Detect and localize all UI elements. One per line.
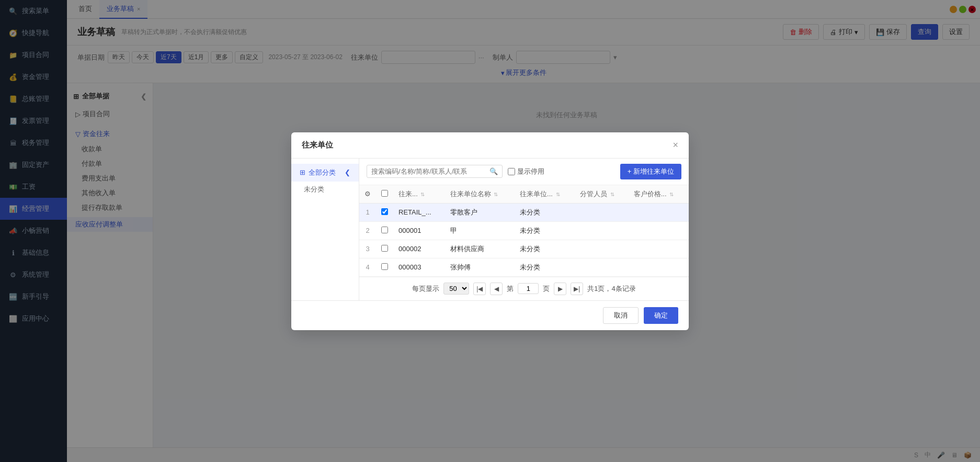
row-price-level	[629, 258, 689, 276]
row-checkbox-cell	[376, 221, 393, 240]
table-row[interactable]: 2 000001 甲 未分类	[359, 221, 689, 240]
last-page-button[interactable]: ▶|	[571, 283, 583, 295]
dialog-overlay: 往来单位 × ⊞ 全部分类 ❮ 未分类 🔍	[0, 0, 980, 462]
show-disabled-checkbox[interactable]	[508, 168, 515, 175]
th-price: 客户价格... ⇅	[629, 185, 689, 204]
dialog: 往来单位 × ⊞ 全部分类 ❮ 未分类 🔍	[291, 132, 689, 330]
row-num: 1	[359, 203, 376, 221]
search-input[interactable]	[371, 167, 486, 175]
row-category: 未分类	[515, 258, 575, 276]
table-row[interactable]: 1 RETAIL_... 零散客户 未分类	[359, 203, 689, 221]
dialog-title: 往来单位	[302, 140, 333, 150]
row-name: 材料供应商	[445, 240, 515, 258]
search-box: 🔍	[367, 165, 503, 178]
row-checkbox[interactable]	[381, 263, 388, 270]
data-table: ⚙ 往来... ⇅ 往来单位名称 ⇅ 往来单位... ⇅ 分管人员 ⇅ 客户价格…	[359, 185, 689, 277]
row-name: 零散客户	[445, 203, 515, 221]
row-manager	[575, 240, 628, 258]
search-icon2: 🔍	[489, 167, 498, 175]
confirm-button[interactable]: 确定	[644, 307, 678, 324]
th-code: 往来... ⇅	[393, 185, 445, 204]
row-price-level	[629, 240, 689, 258]
table-row[interactable]: 4 000003 张帅傅 未分类	[359, 258, 689, 276]
row-price-level	[629, 221, 689, 240]
row-manager	[575, 258, 628, 276]
dialog-right: 🔍 显示停用 + 新增往来单位 ⚙	[359, 159, 689, 300]
cat-item-all[interactable]: ⊞ 全部分类 ❮	[291, 164, 359, 182]
row-checkbox[interactable]	[381, 208, 388, 215]
dialog-categories: ⊞ 全部分类 ❮ 未分类	[291, 159, 359, 300]
row-checkbox-cell	[376, 258, 393, 276]
row-name: 甲	[445, 221, 515, 240]
per-page-select[interactable]: 50	[443, 283, 469, 295]
page-unit: 页	[543, 284, 550, 294]
row-checkbox[interactable]	[381, 245, 388, 252]
dialog-body: ⊞ 全部分类 ❮ 未分类 🔍 显示停用	[291, 159, 689, 300]
dialog-footer: 取消 确定	[291, 300, 689, 330]
cancel-button[interactable]: 取消	[603, 307, 639, 324]
row-category: 未分类	[515, 203, 575, 221]
row-code: 000002	[393, 240, 445, 258]
select-all-checkbox[interactable]	[381, 190, 388, 197]
row-code: 000001	[393, 221, 445, 240]
row-category: 未分类	[515, 221, 575, 240]
collapse-cat-icon: ❮	[345, 168, 350, 176]
row-num: 4	[359, 258, 376, 276]
row-category: 未分类	[515, 240, 575, 258]
row-checkbox-cell	[376, 240, 393, 258]
dialog-close-button[interactable]: ×	[673, 140, 678, 151]
next-page-button[interactable]: ▶	[554, 283, 566, 295]
th-name: 往来单位名称 ⇅	[445, 185, 515, 204]
row-checkbox[interactable]	[381, 227, 388, 233]
row-name: 张帅傅	[445, 258, 515, 276]
row-price-level	[629, 203, 689, 221]
per-page-label: 每页显示	[412, 284, 439, 294]
table-row[interactable]: 3 000002 材料供应商 未分类	[359, 240, 689, 258]
row-code: RETAIL_...	[393, 203, 445, 221]
page-input[interactable]	[518, 283, 539, 294]
row-manager	[575, 203, 628, 221]
dialog-toolbar: 🔍 显示停用 + 新增往来单位	[359, 159, 689, 185]
row-manager	[575, 221, 628, 240]
row-num: 2	[359, 221, 376, 240]
cat-item-unclassified[interactable]: 未分类	[291, 182, 359, 197]
th-settings: ⚙	[359, 185, 376, 204]
th-manager: 分管人员 ⇅	[575, 185, 628, 204]
dialog-header: 往来单位 ×	[291, 132, 689, 159]
row-code: 000003	[393, 258, 445, 276]
add-partner-button[interactable]: + 新增往来单位	[620, 164, 681, 179]
prev-page-button[interactable]: ◀	[490, 283, 503, 295]
pagination: 每页显示 50 |◀ ◀ 第 页 ▶ ▶| 共1页，4条记录	[359, 277, 689, 300]
grid-icon2: ⊞	[300, 168, 305, 176]
show-disabled-toggle[interactable]: 显示停用	[508, 167, 544, 176]
th-category: 往来单位... ⇅	[515, 185, 575, 204]
total-label: 共1页，4条记录	[587, 284, 635, 294]
row-checkbox-cell	[376, 203, 393, 221]
first-page-button[interactable]: |◀	[473, 283, 486, 295]
th-checkbox	[376, 185, 393, 204]
row-num: 3	[359, 240, 376, 258]
page-text: 第	[507, 284, 514, 294]
